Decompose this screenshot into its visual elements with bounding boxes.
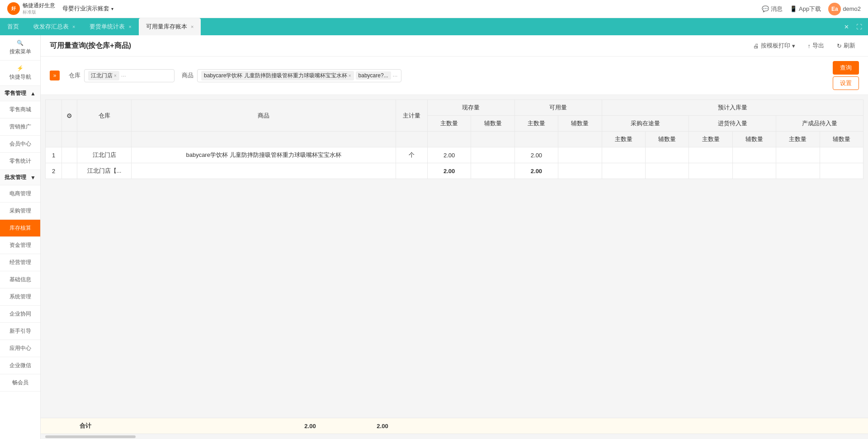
th-incoming: 进货待入量 bbox=[689, 116, 776, 132]
warehouse-filter-tags[interactable]: 江北门店 × ··· bbox=[84, 69, 175, 82]
message-action[interactable]: 💬 消息 bbox=[762, 5, 783, 13]
th-index bbox=[46, 100, 62, 132]
sidebar-item-retail-mall[interactable]: 零售商城 bbox=[0, 101, 40, 118]
table-row: 1 江北门店 babycare学饮杯 儿童防摔防撞吸管杯重力球吸嘴杯宝宝水杯 个… bbox=[46, 147, 863, 163]
row1-production-aux bbox=[820, 147, 863, 163]
sidebar-item-member[interactable]: 会员中心 bbox=[0, 136, 40, 153]
sidebar-item-finance[interactable]: 资金管理 bbox=[0, 237, 40, 254]
table-row: 2 江北门店【... 2.00 2.00 bbox=[46, 163, 863, 179]
setting-btn[interactable]: 设置 bbox=[833, 76, 859, 90]
th-production-main: 主数量 bbox=[776, 132, 820, 147]
tab-available-inventory[interactable]: 可用量库存账本 × bbox=[139, 18, 201, 35]
sidebar-item-inventory[interactable]: 库存核算 bbox=[0, 220, 40, 237]
product-tag-1-close[interactable]: × bbox=[349, 73, 351, 78]
product-filter-tags[interactable]: babycare学饮杯 儿童防摔防撞吸管杯重力球吸嘴杯宝宝水杯 × babyca… bbox=[197, 69, 401, 82]
sidebar-app-center-label: 应用中心 bbox=[9, 345, 31, 352]
sidebar-marketing-label: 营销推广 bbox=[9, 123, 31, 131]
sidebar-item-member2[interactable]: 畅会员 bbox=[0, 374, 40, 392]
sidebar-member2-label: 畅会员 bbox=[12, 379, 28, 387]
settings-gear-icon[interactable]: ⚙ bbox=[66, 112, 72, 119]
table-section: ⚙ 仓库 商品 主计量 现存量 可用量 预计入库量 主数量 辅数量 主数量 辅数… bbox=[41, 95, 868, 418]
tab-fullscreen-btn[interactable]: ⛶ bbox=[854, 21, 864, 32]
query-btn[interactable]: 查询 bbox=[833, 61, 859, 75]
row2-production-aux bbox=[820, 163, 863, 179]
sidebar-item-retail-stats[interactable]: 零售统计 bbox=[0, 153, 40, 170]
th-incoming-main: 主数量 bbox=[689, 132, 732, 147]
th-current-stock-group: 现存量 bbox=[427, 100, 514, 116]
th-purchase-transit: 采购在途量 bbox=[602, 116, 689, 132]
avatar: Ea bbox=[828, 3, 841, 15]
app-download-action[interactable]: 📱 App下载 bbox=[790, 5, 821, 13]
th-available-group: 可用量 bbox=[514, 100, 602, 116]
sidebar-item-retail-mgmt[interactable]: 零售管理 ▲ bbox=[0, 86, 40, 101]
tab-receivable[interactable]: 收发存汇总表 × bbox=[26, 18, 82, 35]
export-icon: ↑ bbox=[808, 42, 811, 49]
row1-incoming-aux bbox=[732, 147, 776, 163]
row1-production-main bbox=[776, 147, 820, 163]
th-empty-3 bbox=[77, 132, 132, 147]
tab-bar: 首页 收发存汇总表 × 要货单统计表 × 可用量库存账本 × ✕ ⛶ bbox=[0, 18, 868, 35]
th-production-aux: 辅数量 bbox=[820, 132, 863, 147]
tab-receivable-close[interactable]: × bbox=[72, 24, 75, 29]
product-tag-2: babycare?... bbox=[356, 71, 391, 80]
sidebar-item-enterprise[interactable]: 企业协同 bbox=[0, 306, 40, 323]
filter-toggle-btn[interactable]: » bbox=[50, 71, 60, 80]
sidebar-search-label: 搜索菜单 bbox=[9, 48, 31, 56]
sidebar-item-basic-info[interactable]: 基础信息 bbox=[0, 271, 40, 288]
row1-current-aux bbox=[471, 147, 514, 163]
row2-available-aux bbox=[558, 163, 602, 179]
tab-order[interactable]: 要货单统计表 × bbox=[82, 18, 138, 35]
sidebar-quicknav-label: 快捷导航 bbox=[9, 73, 31, 81]
sidebar-item-wholesale-mgmt[interactable]: 批发管理 ▼ bbox=[0, 170, 40, 185]
row1-incoming-main bbox=[689, 147, 732, 163]
scrollbar-thumb[interactable] bbox=[45, 435, 136, 438]
tab-home[interactable]: 首页 bbox=[0, 18, 26, 35]
warehouse-tag-close[interactable]: × bbox=[114, 73, 117, 78]
content-area: 可用量查询(按仓库+商品) 🖨 按模板打印 ▾ ↑ 导出 ↻ 刷新 » bbox=[41, 35, 868, 439]
sidebar-item-search[interactable]: 🔍 搜索菜单 bbox=[0, 35, 40, 61]
tab-available-close[interactable]: × bbox=[191, 24, 193, 29]
th-unit: 主计量 bbox=[396, 100, 427, 132]
product-tag-1-text: babycare学饮杯 儿童防摔防撞吸管杯重力球吸嘴杯宝宝水杯 bbox=[204, 72, 347, 80]
industry-selector[interactable]: 母婴行业演示账套 ▾ bbox=[59, 3, 117, 14]
row1-current-main: 2.00 bbox=[427, 147, 471, 163]
tab-bar-right: ✕ ⛶ bbox=[841, 21, 868, 32]
tab-close-all-btn[interactable]: ✕ bbox=[841, 21, 852, 32]
data-table: ⚙ 仓库 商品 主计量 现存量 可用量 预计入库量 主数量 辅数量 主数量 辅数… bbox=[45, 99, 863, 179]
sidebar-item-ecommerce[interactable]: 电商管理 bbox=[0, 185, 40, 203]
sidebar-item-purchase[interactable]: 采购管理 bbox=[0, 203, 40, 220]
message-icon: 💬 bbox=[762, 5, 769, 12]
row1-unit: 个 bbox=[396, 147, 427, 163]
sidebar-wholesale-label: 批发管理 bbox=[5, 174, 26, 181]
product-filter-label: 商品 bbox=[182, 71, 193, 80]
print-label: 按模板打印 bbox=[761, 42, 790, 50]
sidebar-item-operation[interactable]: 经营管理 bbox=[0, 254, 40, 271]
row2-index: 2 bbox=[46, 163, 62, 179]
th-empty-6 bbox=[427, 132, 471, 147]
sidebar-item-quicknav[interactable]: ⚡ 快捷导航 bbox=[0, 61, 40, 86]
row1-index: 1 bbox=[46, 147, 62, 163]
sidebar-item-wechat[interactable]: 企业微信 bbox=[0, 357, 40, 374]
sidebar-item-app-center[interactable]: 应用中心 bbox=[0, 340, 40, 357]
sidebar-item-system[interactable]: 系统管理 bbox=[0, 288, 40, 306]
sidebar-item-marketing[interactable]: 营销推广 bbox=[0, 118, 40, 136]
logo-text: 畅捷通好生意 bbox=[23, 2, 55, 9]
sidebar-purchase-label: 采购管理 bbox=[9, 207, 31, 215]
sidebar: 🔍 搜索菜单 ⚡ 快捷导航 零售管理 ▲ 零售商城 营销推广 会员中心 零售统计… bbox=[0, 35, 41, 439]
print-icon: 🖨 bbox=[753, 42, 759, 49]
product-more-icon[interactable]: ··· bbox=[393, 72, 398, 79]
sidebar-item-newbie[interactable]: 新手引导 bbox=[0, 323, 40, 340]
tab-order-close[interactable]: × bbox=[128, 24, 131, 29]
export-btn[interactable]: ↑ 导出 bbox=[804, 40, 828, 52]
row1-purchase-main bbox=[602, 147, 645, 163]
refresh-icon: ↻ bbox=[837, 42, 842, 49]
th-forecast-group: 预计入库量 bbox=[602, 100, 863, 116]
quicknav-icon: ⚡ bbox=[17, 65, 24, 71]
refresh-btn[interactable]: ↻ 刷新 bbox=[833, 40, 859, 52]
horizontal-scrollbar[interactable] bbox=[41, 434, 868, 439]
print-btn[interactable]: 🖨 按模板打印 ▾ bbox=[750, 40, 799, 52]
footer-available-main: 2.00 bbox=[364, 423, 401, 430]
th-empty-7 bbox=[471, 132, 514, 147]
user-area[interactable]: Ea demo2 bbox=[828, 3, 861, 15]
warehouse-more-icon[interactable]: ··· bbox=[121, 72, 126, 79]
